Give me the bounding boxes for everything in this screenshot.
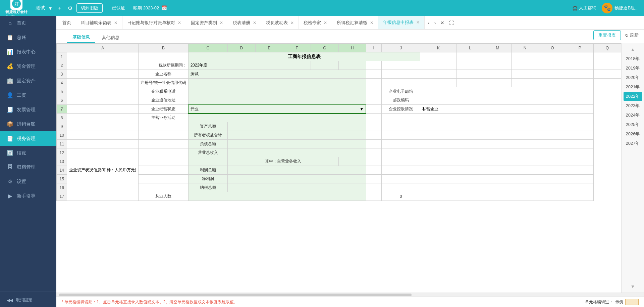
cell-5-C[interactable] bbox=[188, 87, 366, 96]
cell-3-P[interactable] bbox=[566, 70, 594, 79]
cell-15-K[interactable] bbox=[420, 175, 594, 183]
cell-10-J[interactable] bbox=[381, 131, 420, 140]
h-scrollbar[interactable] bbox=[56, 293, 644, 297]
cell-1-K[interactable] bbox=[420, 52, 457, 61]
tab-home[interactable]: 首页 bbox=[58, 16, 76, 30]
cell-11-I[interactable] bbox=[366, 140, 381, 148]
cell-17-J[interactable]: 0 bbox=[381, 192, 420, 201]
year-2021[interactable]: 2021年 bbox=[624, 82, 642, 92]
tab-tax-expert-close[interactable]: ✕ bbox=[324, 20, 327, 25]
tab-annual-report[interactable]: 年报信息申报表 ✕ bbox=[378, 16, 425, 30]
year-2019[interactable]: 2019年 bbox=[624, 63, 642, 73]
cell-3-J[interactable] bbox=[381, 70, 420, 79]
sidebar-item-settings[interactable]: ⚙ 设置 bbox=[0, 174, 56, 189]
cell-4-K[interactable] bbox=[420, 79, 457, 87]
year-2020[interactable]: 2020年 bbox=[624, 73, 642, 82]
cell-2-H[interactable] bbox=[338, 61, 366, 70]
col-P[interactable]: P bbox=[566, 44, 594, 52]
cell-6-K[interactable] bbox=[420, 96, 594, 105]
year-2026[interactable]: 2026年 bbox=[624, 129, 642, 139]
cell-11-J[interactable] bbox=[381, 140, 420, 148]
cell-14-D[interactable] bbox=[227, 166, 366, 175]
cell-13-D[interactable]: 其中：主营业务收入 bbox=[227, 157, 338, 166]
col-A[interactable]: A bbox=[67, 44, 139, 52]
cell-2-N[interactable] bbox=[511, 61, 539, 70]
col-B[interactable]: B bbox=[139, 44, 188, 52]
year-2022[interactable]: 2022年 bbox=[624, 92, 642, 101]
cell-14-J[interactable] bbox=[381, 166, 420, 175]
cell-3-Q[interactable] bbox=[594, 70, 621, 79]
cell-5-I[interactable] bbox=[366, 87, 381, 96]
cell-16-D[interactable] bbox=[227, 183, 366, 192]
cell-4-C[interactable] bbox=[188, 79, 366, 87]
cell-10-D[interactable] bbox=[227, 131, 366, 140]
cell-12-I[interactable] bbox=[366, 148, 381, 157]
tab-aux-balance[interactable]: 科目辅助余额表 ✕ bbox=[76, 16, 122, 30]
add-workspace-btn[interactable]: ＋ bbox=[56, 3, 64, 13]
sidebar-item-wages[interactable]: 👤 工资 bbox=[0, 88, 56, 102]
tab-tax-fluctuation[interactable]: 税负波动表 ✕ bbox=[261, 16, 299, 30]
cell-7-J[interactable]: 企业控股情况 bbox=[381, 105, 420, 114]
cell-1-A[interactable] bbox=[67, 52, 139, 61]
cell-14-B[interactable] bbox=[139, 166, 188, 175]
cell-9-C[interactable]: 资产总额 bbox=[188, 122, 227, 131]
cell-13-B[interactable] bbox=[139, 157, 188, 166]
cell-4-O[interactable] bbox=[539, 79, 566, 87]
sidebar-item-funds[interactable]: 💰 资金管理 bbox=[0, 59, 56, 74]
cell-12-C[interactable]: 营业总收入 bbox=[188, 148, 227, 157]
col-H[interactable]: H bbox=[338, 44, 366, 52]
cell-13-C[interactable] bbox=[188, 157, 227, 166]
cell-2-C[interactable]: 2022年度 bbox=[188, 61, 311, 70]
tab-close-all-btn[interactable]: ✕ bbox=[438, 19, 446, 27]
sidebar-item-fixed-assets[interactable]: 🏢 固定资产 bbox=[0, 74, 56, 88]
cell-6-J[interactable]: 邮政编码 bbox=[381, 96, 420, 105]
tab-prev-btn[interactable]: ‹ bbox=[426, 19, 432, 27]
col-I[interactable]: I bbox=[366, 44, 381, 52]
cell-9-D[interactable] bbox=[227, 122, 366, 131]
h-scrollbar-thumb[interactable] bbox=[59, 294, 412, 296]
cell-15-B[interactable] bbox=[139, 175, 188, 183]
workspace-dropdown-btn[interactable]: ▾ bbox=[48, 4, 53, 13]
sidebar-item-ledger[interactable]: 📋 总账 bbox=[0, 30, 56, 45]
cell-9-B[interactable] bbox=[139, 122, 188, 131]
cell-4-Q[interactable] bbox=[594, 79, 621, 87]
cell-14-I[interactable] bbox=[366, 166, 381, 175]
sidebar-item-tax[interactable]: 📑 税务管理 bbox=[0, 131, 56, 146]
col-M[interactable]: M bbox=[484, 44, 511, 52]
sidebar-item-reports[interactable]: 📊 报表中心 bbox=[0, 45, 56, 59]
cell-7-C-dropdown[interactable]: 开业 ▼ bbox=[188, 105, 366, 114]
cell-2-J[interactable] bbox=[381, 61, 420, 70]
cell-17-K[interactable] bbox=[420, 192, 594, 201]
cell-9-A[interactable] bbox=[67, 122, 139, 131]
tab-tax-return[interactable]: 税表清册 ✕ bbox=[228, 16, 261, 30]
cell-10-A[interactable] bbox=[67, 131, 139, 140]
cell-16-C[interactable]: 纳税总额 bbox=[188, 183, 227, 192]
cell-5-J[interactable]: 企业电子邮箱 bbox=[381, 87, 420, 96]
cell-13-I[interactable] bbox=[366, 157, 381, 166]
cell-9-J[interactable] bbox=[381, 122, 420, 131]
year-2027[interactable]: 2027年 bbox=[624, 139, 642, 148]
cell-4-J[interactable] bbox=[381, 79, 420, 87]
cell-1-L[interactable] bbox=[457, 52, 484, 61]
cell-13-J[interactable] bbox=[381, 157, 420, 166]
cell-12-B[interactable] bbox=[139, 148, 188, 157]
cell-2-P[interactable] bbox=[566, 61, 594, 70]
year-2025[interactable]: 2025年 bbox=[624, 120, 642, 129]
cell-6-C[interactable] bbox=[188, 96, 366, 105]
cell-14-C[interactable]: 利润总额 bbox=[188, 166, 227, 175]
col-Q[interactable]: Q bbox=[594, 44, 621, 52]
cell-7-K[interactable]: 私营企业 bbox=[420, 105, 594, 114]
refresh-btn[interactable]: ↻ 刷新 bbox=[625, 32, 639, 38]
tab-income-tax-close[interactable]: ✕ bbox=[370, 20, 373, 25]
year-2018[interactable]: 2018年 bbox=[624, 54, 642, 63]
cell-17-C[interactable] bbox=[188, 192, 366, 201]
col-N[interactable]: N bbox=[511, 44, 539, 52]
cell-3-A[interactable] bbox=[67, 70, 139, 79]
reset-report-btn[interactable]: 重置报表 bbox=[593, 30, 621, 40]
cell-16-I[interactable] bbox=[366, 183, 381, 192]
cell-1-B[interactable] bbox=[139, 52, 188, 61]
col-O[interactable]: O bbox=[539, 44, 566, 52]
cell-16-J[interactable] bbox=[381, 183, 420, 192]
cell-12-D[interactable] bbox=[227, 148, 366, 157]
sidebar-item-home[interactable]: ⌂ 首页 bbox=[0, 16, 56, 30]
